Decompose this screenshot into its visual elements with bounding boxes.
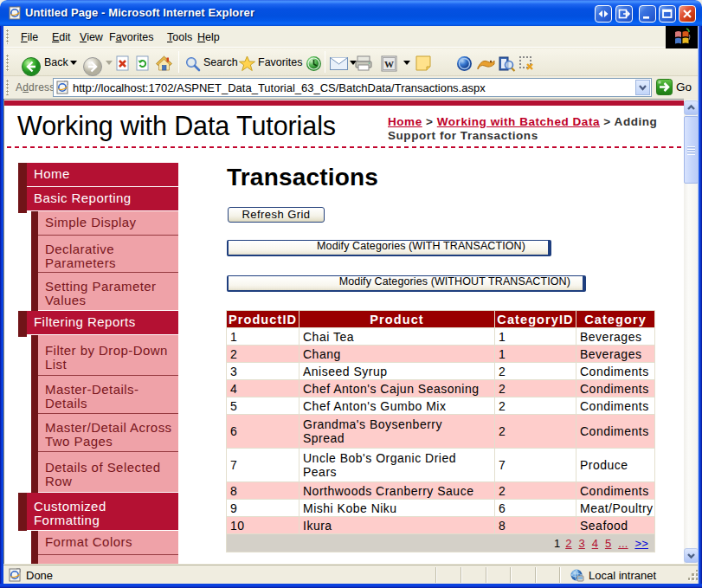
svg-text:W: W <box>384 59 394 69</box>
